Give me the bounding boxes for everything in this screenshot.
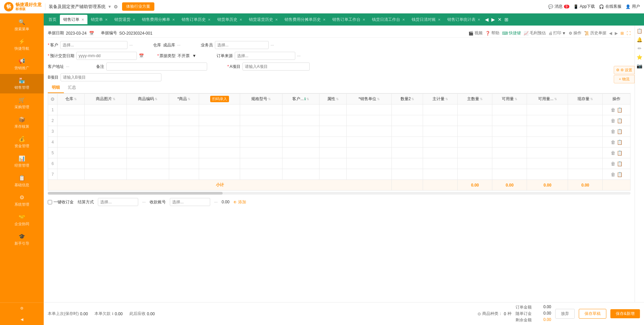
row-7-delete-btn[interactable]: 🗑 <box>611 172 615 177</box>
profit-btn[interactable]: 📈 毛利预估 <box>524 30 546 36</box>
row-6-scan[interactable] <box>199 158 240 169</box>
shortcut-btn[interactable]: ⌨ 快捷键 <box>502 30 521 36</box>
available2-sort-icon[interactable]: ⇅ <box>554 97 557 101</box>
attribute-sort-icon[interactable]: ⇅ <box>336 97 339 101</box>
row-4-product-code[interactable] <box>127 137 169 148</box>
row-3-product-img[interactable] <box>84 126 127 137</box>
row-3-product[interactable] <box>169 126 199 137</box>
row-7-scan[interactable] <box>199 169 240 180</box>
row-5-available2[interactable] <box>527 148 568 158</box>
tab-order-history-close[interactable]: ✕ <box>208 18 211 22</box>
row-4-available[interactable] <box>492 137 527 148</box>
row-2-copy-btn[interactable]: 📋 <box>617 118 622 123</box>
row-6-product-code[interactable] <box>127 158 169 169</box>
tab-sales-stat-close[interactable]: ✕ <box>478 18 480 22</box>
row-2-customer-code[interactable] <box>282 115 319 126</box>
app-download-item[interactable]: 📱 App下载 <box>573 4 595 9</box>
history-btn[interactable]: 📜 历史单据 <box>584 30 606 36</box>
add-logistics-float-btn[interactable]: + 物流 <box>614 75 635 83</box>
row-7-sales-unit[interactable] <box>346 169 391 180</box>
tab-refund-close[interactable]: ✕ <box>132 18 135 22</box>
save-draft-btn[interactable]: 保存草稿 <box>579 309 606 319</box>
row-5-available[interactable] <box>492 148 527 158</box>
tab-close-all-btn[interactable]: ✕ <box>496 17 503 22</box>
salesperson-ellipsis[interactable]: ··· <box>271 43 274 47</box>
qty2-sort-icon[interactable]: ⇅ <box>411 97 414 101</box>
message-icon-item[interactable]: 💬 消息 9 <box>548 4 569 9</box>
product-code-sort-icon[interactable]: ⇅ <box>155 97 157 101</box>
sidebar-item-collab[interactable]: 🤝 企业协同 <box>0 210 44 230</box>
detail-tab-summary[interactable]: 汇总 <box>64 83 80 93</box>
payment-method-input[interactable] <box>98 198 138 206</box>
row-1-stock[interactable] <box>568 105 603 115</box>
sidebar-item-purchase[interactable]: 🛒 采购管理 <box>0 93 44 113</box>
row-6-product-img[interactable] <box>84 158 127 169</box>
sidebar-item-marketing[interactable]: 📢 营销推广 <box>0 54 44 74</box>
row-5-main-qty[interactable] <box>458 148 492 158</box>
tab-cash-reconcile-close[interactable]: ✕ <box>438 18 441 22</box>
payment-method-ellipsis[interactable]: ··· <box>142 200 146 204</box>
row-1-available2[interactable] <box>527 105 568 115</box>
sidebar-item-search[interactable]: 🔍 搜索菜单 <box>0 15 44 35</box>
tab-fee-split[interactable]: 销售费用分摊单 ✕ <box>139 15 178 24</box>
sidebar-settings-btn[interactable]: ⚙ <box>0 303 44 314</box>
tab-next-btn[interactable]: ▶ <box>490 17 496 22</box>
doc-grid-view[interactable]: ⊞ <box>620 31 624 36</box>
row-4-main-qty[interactable] <box>458 137 492 148</box>
row-1-product[interactable] <box>169 105 199 115</box>
customer-code-info-icon[interactable]: ℹ <box>304 97 306 101</box>
order-source-input[interactable] <box>235 52 295 60</box>
row-3-customer-code[interactable] <box>282 126 319 137</box>
row-5-warehouse[interactable] <box>58 148 85 158</box>
row-1-available[interactable] <box>492 105 527 115</box>
row-3-spec[interactable] <box>240 126 282 137</box>
row-7-attribute[interactable] <box>319 169 347 180</box>
row-4-product-img[interactable] <box>84 137 127 148</box>
row-2-sales-unit[interactable] <box>346 115 391 126</box>
salesperson-input[interactable] <box>215 41 269 49</box>
warehouse-sort-icon[interactable]: ⇅ <box>74 97 77 101</box>
row-2-product-img[interactable] <box>84 115 127 126</box>
row-5-customer-code[interactable] <box>282 148 319 158</box>
right-panel-clipboard-icon[interactable]: 📋 <box>636 27 644 35</box>
row-6-available2[interactable] <box>527 158 568 169</box>
a-project-input[interactable] <box>242 63 310 71</box>
row-7-available2[interactable] <box>527 169 568 180</box>
tab-sales-order[interactable]: 销售订单 ✕ <box>60 15 87 24</box>
add-btn[interactable]: ⊕ 添加 <box>233 199 246 205</box>
tab-sales-order-close[interactable]: ✕ <box>81 18 84 22</box>
row-1-main-qty[interactable] <box>458 105 492 115</box>
tab-sales-return-close[interactable]: ✕ <box>105 18 108 22</box>
row-4-warehouse[interactable] <box>58 137 85 148</box>
row-5-product-img[interactable] <box>84 148 127 158</box>
row-3-product-code[interactable] <box>127 126 169 137</box>
row-6-product[interactable] <box>169 158 199 169</box>
row-2-delete-btn[interactable]: 🗑 <box>611 118 615 123</box>
row-5-delete-btn[interactable]: 🗑 <box>611 150 615 156</box>
discard-btn[interactable]: 放弃 <box>555 309 575 319</box>
save-new-btn[interactable]: 保存&新增 <box>610 309 640 318</box>
row-4-available2[interactable] <box>527 137 568 148</box>
row-5-qty2[interactable] <box>392 148 423 158</box>
row-7-product-img[interactable] <box>84 169 127 180</box>
product-sort-icon[interactable]: ⇅ <box>188 97 190 101</box>
tab-return-history-close[interactable]: ✕ <box>239 18 242 22</box>
row-1-product-code[interactable] <box>127 105 169 115</box>
sidebar-collapse-btn[interactable]: ◀ <box>0 314 44 325</box>
row-5-product[interactable] <box>169 148 199 158</box>
row-2-stock[interactable] <box>568 115 603 126</box>
sidebar-item-basic[interactable]: 📋 基础信息 <box>0 171 44 191</box>
row-1-copy-btn[interactable]: 📋 <box>617 107 622 113</box>
sales-unit-sort-icon[interactable]: ⇅ <box>377 97 380 101</box>
tab-return-history[interactable]: 销货单历史 ✕ <box>214 15 245 24</box>
row-2-scan[interactable] <box>199 115 240 126</box>
row-4-scan[interactable] <box>199 137 240 148</box>
tab-cash-daily-close[interactable]: ✕ <box>402 18 405 22</box>
row-6-copy-btn[interactable]: 📋 <box>617 161 622 166</box>
tab-refund-history[interactable]: 销货退货历史 ✕ <box>245 15 281 24</box>
right-panel-edit-icon[interactable]: ✏ <box>636 44 644 52</box>
one-click-label[interactable]: 一键收订金 <box>48 199 74 205</box>
view-video-btn[interactable]: 🎬 视频 <box>468 30 483 36</box>
row-3-stock[interactable] <box>568 126 603 137</box>
row-4-spec[interactable] <box>240 137 282 148</box>
